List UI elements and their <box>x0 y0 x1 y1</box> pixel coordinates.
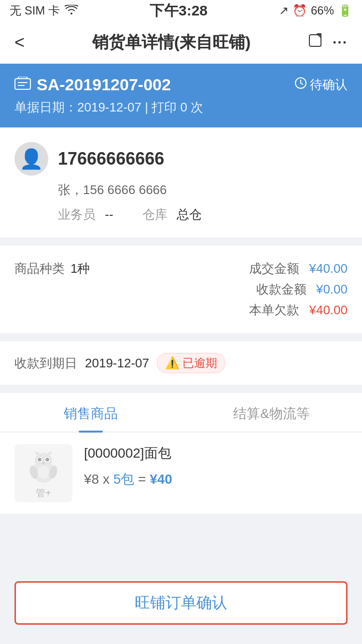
order-icon <box>14 75 31 94</box>
product-total: ¥40 <box>150 472 172 487</box>
status-bar-time: 下午3:28 <box>150 1 208 21</box>
status-bar-left: 无 SIM 卡 <box>10 3 78 18</box>
summary-card: 商品种类 1种 成交金额 ¥40.00 收款金额 ¥0.00 本单欠款 ¥40.… <box>0 246 362 334</box>
more-icon[interactable]: ··· <box>333 34 348 51</box>
customer-info: 张，156 6666 6666 <box>14 182 348 198</box>
confirm-order-button[interactable]: 旺铺订单确认 <box>14 581 348 625</box>
due-date-value: 2019-12-07 <box>85 356 149 371</box>
tab-products[interactable]: 销售商品 <box>0 393 181 432</box>
order-date: 单据日期：2019-12-07 | 打印 0 次 <box>14 99 348 116</box>
product-thumbnail: 管+ <box>14 444 72 502</box>
share-icon[interactable] <box>307 33 323 52</box>
due-label: 收款到期日 <box>14 355 77 372</box>
location-icon: ↗ <box>279 4 289 17</box>
customer-phone: 17666666666 <box>58 149 164 169</box>
order-header: SA-20191207-002 待确认 单据日期：2019-12-07 | 打印… <box>0 64 362 127</box>
category-label: 商品种类 <box>14 260 65 277</box>
equals-icon: = <box>138 472 146 487</box>
svg-point-7 <box>38 458 42 462</box>
warehouse-value: 总仓 <box>177 207 202 222</box>
warning-icon: ⚠️ <box>165 356 180 370</box>
wifi-icon <box>65 4 78 17</box>
page-title: 销货单详情(来自旺铺) <box>43 31 299 54</box>
avatar-icon: 👤 <box>19 148 43 170</box>
svg-point-8 <box>45 458 49 462</box>
collection-label: 收款金额 <box>256 281 306 298</box>
order-status: 待确认 <box>294 76 348 93</box>
due-date-card: 收款到期日 2019-12-07 ⚠️ 已逾期 <box>0 341 362 385</box>
svg-rect-1 <box>15 79 30 89</box>
owed-value: ¥40.00 <box>309 303 348 318</box>
order-number: SA-20191207-002 <box>14 75 171 94</box>
tabs: 销售商品 结算&物流等 <box>0 393 362 433</box>
deal-value: ¥40.00 <box>309 261 348 276</box>
summary-left: 商品种类 1种 <box>14 260 90 277</box>
back-button[interactable]: < <box>14 32 43 53</box>
status-bar-right: ↗ ⏰ 66% 🔋 <box>279 4 352 17</box>
salesperson-label: 业务员 <box>58 207 96 222</box>
customer-avatar: 👤 <box>14 142 48 176</box>
alarm-icon: ⏰ <box>292 4 307 17</box>
product-info: [0000002]面包 ¥8 x 5包 = ¥40 <box>84 444 348 489</box>
warehouse-label: 仓库 <box>142 207 167 222</box>
category-value: 1种 <box>70 260 90 277</box>
battery-text: 66% <box>311 4 334 17</box>
svg-point-11 <box>38 465 49 479</box>
nav-bar: < 销货单详情(来自旺铺) ··· <box>0 21 362 64</box>
multiply-icon: x <box>103 472 110 487</box>
clock-icon <box>294 77 307 93</box>
price-value: ¥8 <box>84 472 99 487</box>
battery-icon: 🔋 <box>338 4 352 17</box>
tab-settlement[interactable]: 结算&物流等 <box>181 393 362 432</box>
customer-card: 👤 17666666666 张，156 6666 6666 业务员 -- 仓库 … <box>0 127 362 238</box>
salesperson-value: -- <box>105 207 113 222</box>
collection-value: ¥0.00 <box>316 282 348 297</box>
carrier-text: 无 SIM 卡 <box>10 3 60 18</box>
product-qty: 5包 <box>113 472 135 487</box>
product-name: [0000002]面包 <box>84 444 348 462</box>
confirm-button-wrap: 旺铺订单确认 <box>14 581 348 625</box>
overdue-badge: ⚠️ 已逾期 <box>157 353 225 373</box>
status-bar: 无 SIM 卡 下午3:28 ↗ ⏰ 66% 🔋 <box>0 0 362 21</box>
product-price: ¥8 x 5包 = ¥40 <box>84 470 348 489</box>
product-item: 管+ [0000002]面包 ¥8 x 5包 = ¥40 <box>0 433 362 514</box>
owed-label: 本单欠款 <box>249 302 299 319</box>
product-logo: 管+ <box>24 447 63 500</box>
customer-meta: 业务员 -- 仓库 总仓 <box>14 206 348 223</box>
nav-actions: ··· <box>299 33 348 52</box>
summary-right: 成交金额 ¥40.00 收款金额 ¥0.00 本单欠款 ¥40.00 <box>249 260 348 319</box>
deal-label: 成交金额 <box>249 260 299 277</box>
